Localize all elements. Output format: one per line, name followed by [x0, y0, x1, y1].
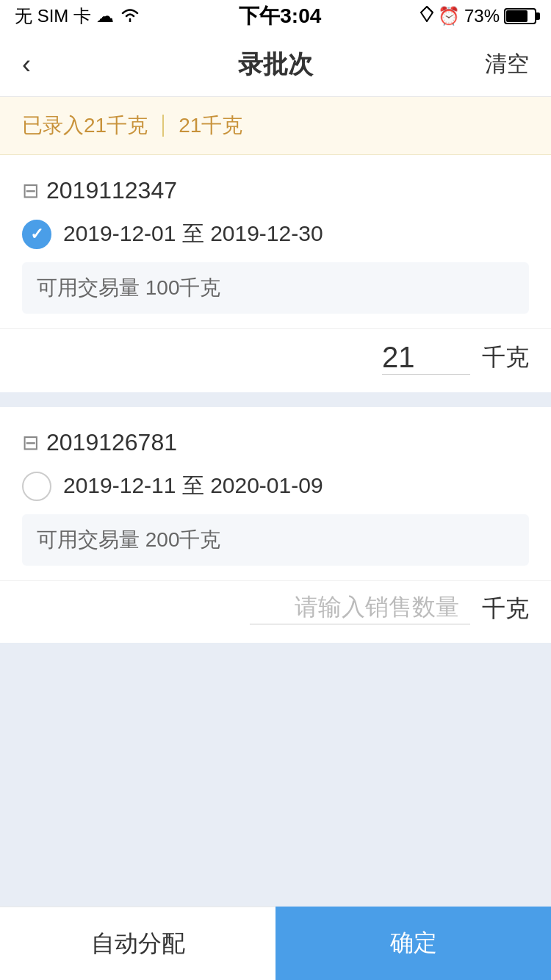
batch-2-input-row[interactable]: 千克	[0, 580, 551, 643]
summary-total: 21千克	[179, 112, 242, 140]
sim-status: 无 SIM 卡 ☁	[15, 4, 114, 28]
batch-2-unit: 千克	[482, 593, 529, 625]
quantity-input-2[interactable]	[250, 594, 470, 624]
summary-bar: 已录入21千克 21千克	[0, 97, 551, 155]
summary-divider	[162, 115, 164, 137]
batch-1-volume: 可用交易量 100千克	[22, 262, 529, 314]
wifi-icon	[120, 6, 140, 26]
nav-bar: ‹ 录批次 清空	[0, 32, 551, 97]
page-title: 录批次	[238, 48, 313, 82]
batch-2-number: 2019126781	[46, 429, 177, 456]
batch-1-header: ⊟ 2019112347	[0, 155, 551, 212]
status-time: 下午3:04	[239, 2, 321, 30]
doc-icon-2: ⊟	[22, 430, 39, 455]
batch-1-quantity-row: 21 千克	[0, 328, 551, 392]
batch-2-header: ⊟ 2019126781	[0, 407, 551, 464]
alarm-icon: ⏰	[438, 6, 460, 26]
batch-1-date: 2019-12-01 至 2019-12-30	[63, 219, 323, 249]
batch-card-1: ⊟ 2019112347 2019-12-01 至 2019-12-30 可用交…	[0, 155, 551, 392]
auto-distribute-button[interactable]: 自动分配	[0, 907, 276, 980]
batch-1-radio[interactable]	[22, 220, 51, 249]
status-bar-left: 无 SIM 卡 ☁	[15, 4, 140, 28]
batch-2-volume: 可用交易量 200千克	[22, 514, 529, 566]
batch-2-date-row[interactable]: 2019-12-11 至 2020-01-09	[0, 464, 551, 508]
confirm-button[interactable]: 确定	[276, 907, 551, 980]
empty-area	[0, 643, 551, 937]
batch-1-date-row[interactable]: 2019-12-01 至 2019-12-30	[0, 212, 551, 256]
status-bar-right: ⏰ 73%	[420, 6, 536, 26]
batch-1-number: 2019112347	[46, 177, 177, 204]
summary-recorded: 已录入21千克	[22, 112, 148, 140]
batch-card-2: ⊟ 2019126781 2019-12-11 至 2020-01-09 可用交…	[0, 407, 551, 643]
batch-1-qty-underline: 21	[382, 341, 470, 375]
battery-percent: 73%	[464, 6, 500, 26]
battery-icon	[504, 8, 536, 24]
batch-1-unit: 千克	[482, 342, 529, 374]
clear-button[interactable]: 清空	[485, 49, 529, 79]
bottom-bar: 自动分配 确定	[0, 907, 551, 980]
status-bar: 无 SIM 卡 ☁ 下午3:04 ⏰ 73%	[0, 0, 551, 32]
batch-1-quantity-value: 21	[382, 341, 415, 373]
doc-icon-1: ⊟	[22, 179, 39, 203]
batch-2-date: 2019-12-11 至 2020-01-09	[63, 471, 323, 501]
section-separator	[0, 392, 551, 407]
location-icon	[420, 6, 433, 26]
batch-2-radio[interactable]	[22, 472, 51, 501]
back-button[interactable]: ‹	[22, 49, 66, 80]
